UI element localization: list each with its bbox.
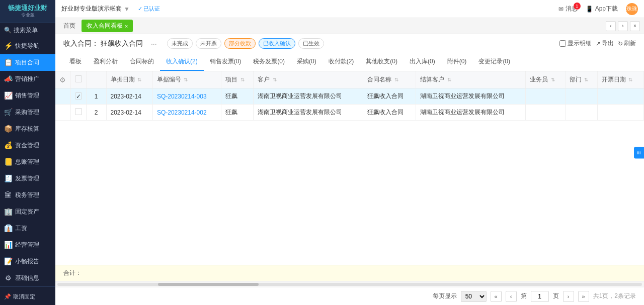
bill-no-link-1[interactable]: SQ-20230214-002 [157,109,207,116]
display-detail-label: 显示明细 [568,39,592,48]
first-page-button[interactable]: « [491,291,502,302]
display-detail-checkbox[interactable] [559,40,566,47]
col-settings: ⚙ [55,71,70,88]
topbar-right: ✉ 1 消息 📱 App下载 珠珠 [558,3,638,15]
sidebar-item-project-contract[interactable]: 📋 项目合同 [0,54,55,71]
tab-profit[interactable]: 盈利分析 [88,53,124,71]
pagination: 每页显示 50 20 100 « ‹ 第 页 › » 共1页，2条记录 [55,287,644,305]
sidebar-item-basic-info[interactable]: ⚙ 基础信息 [0,270,55,286]
per-page-select[interactable]: 50 20 100 [461,291,487,302]
tab-attachment[interactable]: 附件(0) [441,53,473,71]
row-billno-0[interactable]: SQ-20230214-003 [152,88,221,105]
col-project-header[interactable]: 项目 ⇅ [221,71,254,88]
sidebar-item-operation[interactable]: 📊 经营管理 [0,237,55,253]
tab-payment[interactable]: 收付款(2) [323,53,360,71]
scrollbar-thumb[interactable] [158,283,259,286]
user-avatar-button[interactable]: 珠珠 [626,3,638,15]
tab-close-button[interactable]: × [125,23,128,29]
sidebar-item-purchase[interactable]: 🛒 采购管理 [0,104,55,121]
col-contract-header[interactable]: 合同名称 ⇅ [363,71,416,88]
contract-header-label: 合同名称 [367,76,391,83]
sidebar-item-tax[interactable]: 🏛 税务管理 [0,187,55,204]
more-actions-button[interactable]: ··· [151,40,157,48]
display-detail-toggle[interactable]: 显示明细 [559,39,592,48]
sidebar-search-menu[interactable]: 🔍 搜索菜单 [0,23,55,38]
message-button[interactable]: ✉ 1 消息 [558,5,578,13]
export-button[interactable]: ↗ 导出 [596,39,614,48]
sidebar-item-hr[interactable]: 👔 工资 [0,220,55,237]
logo-name: 畅捷通好业财 [0,4,55,12]
tab-income-confirm[interactable]: 收入确认(2) [160,53,204,71]
refresh-icon: ↻ [618,40,623,47]
sidebar-item-general-ledger[interactable]: 📒 总账管理 [0,154,55,170]
col-date-header[interactable]: 单据日期 ⇅ [106,71,152,88]
table-row[interactable]: ✓ 1 2023-02-14 SQ-20230214-003 狂飙 湖南卫视商业… [55,88,644,105]
sidebar-item-capital[interactable]: 💰 资金管理 [0,137,55,154]
col-settle-header[interactable]: 结算客户 ⇅ [416,71,526,88]
last-page-button[interactable]: » [578,291,589,302]
right-sticky-icon: ≡ [635,151,642,154]
col-salesperson-header[interactable]: 业务员 ⇅ [526,71,565,88]
tab-sales-invoice[interactable]: 销售发票(0) [204,53,248,71]
billdate2-sort-icon: ⇅ [628,77,632,82]
tab-warehouse[interactable]: 出入库(0) [404,53,441,71]
select-all-checkbox[interactable] [75,75,82,82]
tab-close-all-button[interactable]: × [630,21,640,31]
cancel-fixed-button[interactable]: 📌 取消固定 [0,290,55,303]
active-tab[interactable]: 收入合同看板 × [82,20,133,32]
status-partial-button[interactable]: 部分收款 [224,38,256,49]
tab-next-button[interactable]: › [618,21,628,31]
row-settle-0: 湖南卫视商业运营发展有限公司 [416,88,526,105]
next-page-button[interactable]: › [563,291,574,302]
sidebar-item-fixed-assets[interactable]: 🏢 固定资产 [0,204,55,220]
sidebar-item-sales[interactable]: 📈 销售管理 [0,87,55,104]
company-selector[interactable]: 好业财专业版演示帐套 ▼ [61,5,130,13]
prev-page-button[interactable]: ‹ [506,291,517,302]
sidebar-item-inventory[interactable]: 📦 库存核算 [0,121,55,137]
project-header-label: 项目 [225,76,237,83]
cancel-fixed-label: 取消固定 [13,293,35,300]
ledger-label: 总账管理 [15,158,39,166]
col-num-header [86,71,106,88]
total-info: 共1页，2条记录 [593,292,636,300]
scrollbar-track [57,283,642,286]
sidebar-item-report[interactable]: 📝 小畅报告 [0,253,55,270]
col-billno-header[interactable]: 单据编号 ⇅ [152,71,221,88]
sidebar-item-invoice[interactable]: 🧾 发票管理 [0,170,55,187]
row-dept-1 [565,105,597,121]
col-billdate2-header[interactable]: 开票日期 ⇅ [597,71,643,88]
page-input[interactable] [531,291,549,302]
status-confirmed-button[interactable]: 已收入确认 [259,38,295,49]
tab-prev-button[interactable]: ‹ [606,21,616,31]
col-customer-header[interactable]: 客户 ⇅ [254,71,363,88]
bill-no-link-0[interactable]: SQ-20230214-003 [157,93,207,100]
row-check-1[interactable] [70,105,86,121]
user-name: 珠珠 [626,5,637,13]
sidebar-item-marketing[interactable]: 📣 营销推广 [0,71,55,87]
app-download-button[interactable]: 📱 App下载 [586,5,618,13]
home-tab[interactable]: 首页 [59,20,79,32]
row-settings-0 [55,88,70,105]
status-effective-button[interactable]: 已生效 [298,38,324,49]
tab-board[interactable]: 看板 [63,53,88,71]
horizontal-scrollbar[interactable] [55,281,644,287]
purchase-label: 采购管理 [15,108,39,117]
right-sticky-panel[interactable]: ≡ [634,147,644,158]
row-billno-1[interactable]: SQ-20230214-002 [152,105,221,121]
status-uninvoiced-button[interactable]: 未开票 [196,38,221,49]
status-incomplete-button[interactable]: 未完成 [167,38,193,49]
row-check-0[interactable]: ✓ [70,88,86,105]
tab-other-income[interactable]: 其他收支(0) [360,53,404,71]
tab-purchase[interactable]: 采购(0) [291,53,323,71]
settings-icon[interactable]: ⚙ [59,76,66,84]
row-checkbox-0[interactable]: ✓ [75,92,82,99]
tab-contract-standard[interactable]: 合同标的 [124,53,160,71]
tab-change-log[interactable]: 变更记录(0) [472,53,516,71]
col-dept-header[interactable]: 部门 ⇅ [565,71,597,88]
refresh-button[interactable]: ↻ 刷新 [618,39,636,48]
row-checkbox-1[interactable] [75,108,82,115]
tab-tax-invoice[interactable]: 税务发票(0) [247,53,291,71]
sidebar-item-quick-nav[interactable]: ⚡ 快捷导航 [0,38,55,54]
table-row[interactable]: 2 2023-02-14 SQ-20230214-002 狂飙 湖南卫视商业运营… [55,105,644,121]
status-buttons: 未完成 未开票 部分收款 已收入确认 已生效 [167,38,324,49]
